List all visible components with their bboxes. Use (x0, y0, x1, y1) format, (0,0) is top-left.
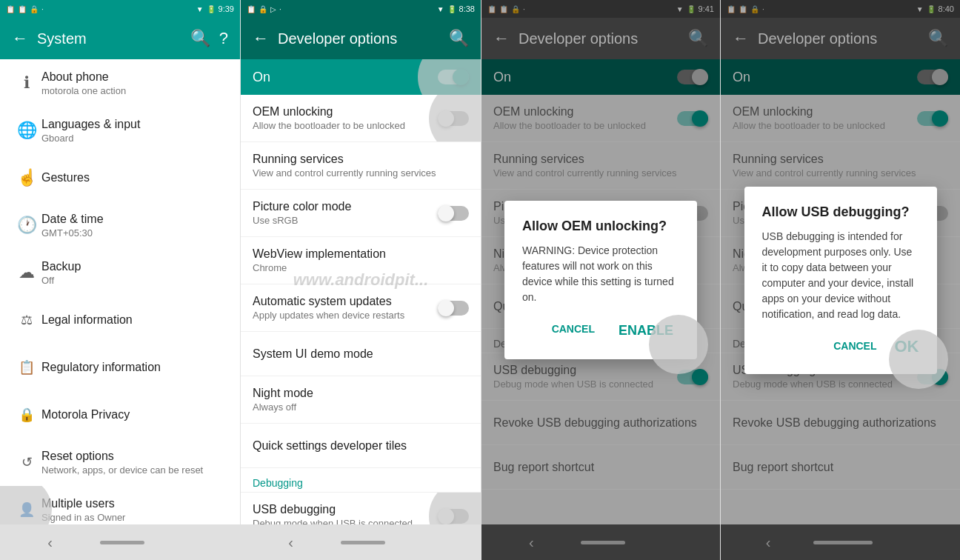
status-time-1: 9:39 (219, 4, 234, 13)
regulatory-title: Regulatory information (41, 361, 228, 374)
settings-text-languages: Languages & input Gboard (41, 118, 228, 144)
search-icon-2[interactable]: 🔍 (449, 29, 469, 48)
dev-item-picture[interactable]: Picture color mode Use sRGB (241, 190, 481, 237)
dev-item-oem-title: OEM unlocking (253, 105, 438, 119)
dev-list-2: OEM unlocking Allow the bootloader to be… (241, 95, 481, 524)
dev-item-running[interactable]: Running services View and control curren… (241, 142, 481, 190)
dev-item-webview-title: WebView implementation (253, 247, 469, 261)
motorola-icon: 🔒 (12, 407, 41, 423)
panel-developer-oem-dialog: 📋 📋 🔒 · ▼ 🔋 9:41 ← Developer options 🔍 O… (481, 0, 721, 560)
settings-item-regulatory[interactable]: 📋 Regulatory information (0, 344, 240, 391)
status-icons-left: 📋 📋 🔒 · (6, 5, 44, 13)
cam-icon-2: ▷ (270, 5, 276, 13)
battery-icon-2: 🔋 (447, 5, 456, 13)
dev-item-quicktiles[interactable]: Quick settings developer tiles (241, 424, 481, 468)
status-icons-right-2: ▼ 🔋 8:38 (437, 4, 475, 13)
usb-dialog-title: Allow USB debugging? (762, 204, 919, 220)
settings-item-reset[interactable]: ↺ Reset options Network, apps, or device… (0, 439, 240, 486)
motorola-title: Motorola Privacy (41, 408, 228, 421)
dev-item-webview[interactable]: WebView implementation Chrome (241, 237, 481, 284)
gestures-icon: ☝ (12, 168, 41, 187)
back-nav-1[interactable]: ‹ (47, 534, 53, 551)
settings-list-1: ℹ About phone motorola one action 🌐 Lang… (0, 59, 240, 524)
spotlight-circle-multiusers (0, 486, 52, 524)
settings-item-languages[interactable]: 🌐 Languages & input Gboard (0, 107, 240, 154)
search-icon-1[interactable]: 🔍 (190, 29, 210, 48)
settings-item-gestures[interactable]: ☝ Gestures (0, 154, 240, 201)
security-icon: 🔒 (30, 5, 39, 13)
dev-item-usb[interactable]: USB debugging Debug mode when USB is con… (241, 493, 481, 524)
languages-icon: 🌐 (12, 121, 41, 140)
settings-item-about[interactable]: ℹ About phone motorola one action (0, 59, 240, 107)
settings-text-multiusers: Multiple users Signed in as Owner (41, 497, 228, 523)
backup-title: Backup (41, 260, 228, 273)
languages-subtitle: Gboard (41, 133, 228, 144)
dev-item-usb-subtitle: Debug mode when USB is connected (253, 518, 438, 524)
settings-text-datetime: Date & time GMT+05:30 (41, 213, 228, 239)
dev-item-picture-title: Picture color mode (253, 200, 438, 213)
status-bar-2: 📋 🔒 ▷ · ▼ 🔋 8:38 (241, 0, 481, 18)
settings-item-motorola[interactable]: 🔒 Motorola Privacy (0, 391, 240, 439)
dot-icon: · (41, 5, 44, 13)
settings-item-multiusers[interactable]: 👤 Multiple users Signed in as Owner (0, 486, 240, 524)
dev-item-oem[interactable]: OEM unlocking Allow the bootloader to be… (241, 95, 481, 142)
back-icon-1[interactable]: ← (12, 29, 28, 48)
dev-item-usb-text: USB debugging Debug mode when USB is con… (253, 503, 438, 524)
settings-item-datetime[interactable]: 🕐 Date & time GMT+05:30 (0, 201, 240, 249)
sim-icon-2: 🔒 (259, 5, 267, 13)
settings-text-gestures: Gestures (41, 171, 228, 184)
dev-item-nightmode-subtitle: Always off (253, 401, 469, 413)
help-icon-1[interactable]: ? (219, 29, 228, 48)
usb-dialog: Allow USB debugging? USB debugging is in… (744, 187, 937, 374)
status-time-2: 8:38 (459, 4, 475, 13)
settings-text-backup: Backup Off (41, 260, 228, 286)
debugging-section-label: Debugging (241, 468, 481, 493)
backup-subtitle: Off (41, 275, 228, 286)
dev-item-webview-text: WebView implementation Chrome (253, 247, 469, 273)
usb-dialog-overlay: Allow USB debugging? USB debugging is in… (721, 0, 960, 560)
oem-cancel-button[interactable]: Cancel (546, 320, 601, 341)
dev-item-uidemo[interactable]: System UI demo mode (241, 332, 481, 376)
picture-toggle-thumb (438, 205, 454, 221)
dev-item-quicktiles-title: Quick settings developer tiles (253, 439, 469, 453)
wifi-icon-2: ▼ (437, 5, 444, 13)
reset-title: Reset options (41, 450, 228, 463)
dev-on-header: On (241, 59, 481, 95)
usb-cancel-button[interactable]: Cancel (827, 337, 882, 356)
dev-item-oem-text: OEM unlocking Allow the bootloader to be… (253, 105, 438, 131)
settings-text-motorola: Motorola Privacy (41, 408, 228, 421)
spotlight-enable (649, 315, 708, 374)
dev-on-label: On (253, 70, 438, 85)
sim-icon: 📋 (18, 5, 27, 13)
dot-icon-2: · (279, 5, 281, 13)
dev-item-running-title: Running services (253, 153, 469, 166)
back-nav-2[interactable]: ‹ (288, 534, 293, 551)
dev-item-running-subtitle: View and control currently running servi… (253, 167, 469, 179)
app-bar-1: ← System 🔍 ? (0, 18, 240, 59)
autoupdate-toggle-thumb (438, 300, 454, 316)
app-bar-title-1: System (37, 30, 181, 47)
gestures-title: Gestures (41, 171, 228, 184)
status-icons-left-2: 📋 🔒 ▷ · (247, 5, 281, 13)
legal-icon: ⚖ (12, 312, 41, 328)
dev-item-autoupdate-subtitle: Apply updates when device restarts (253, 310, 438, 321)
settings-item-legal[interactable]: ⚖ Legal information (0, 296, 240, 344)
regulatory-icon: 📋 (12, 359, 41, 376)
dev-item-picture-text: Picture color mode Use sRGB (253, 200, 438, 226)
multiusers-subtitle: Signed in as Owner (41, 512, 228, 523)
settings-item-backup[interactable]: ☁ Backup Off (0, 249, 240, 296)
usb-dialog-body: USB debugging is intended for developmen… (762, 229, 919, 322)
settings-text-legal: Legal information (41, 313, 228, 327)
app-bar-2: ← Developer options 🔍 (241, 18, 481, 59)
dev-item-autoupdate-text: Automatic system updates Apply updates w… (253, 295, 438, 321)
dev-item-usb-title: USB debugging (253, 503, 438, 516)
back-icon-2[interactable]: ← (253, 29, 269, 48)
status-icons-right: ▼ 🔋 9:39 (196, 4, 234, 13)
panel-system: 📋 📋 🔒 · ▼ 🔋 9:39 ← System 🔍 ? ℹ About ph… (0, 0, 241, 560)
dev-item-autoupdate[interactable]: Automatic system updates Apply updates w… (241, 284, 481, 332)
dev-item-nightmode[interactable]: Night mode Always off (241, 376, 481, 424)
panel-developer-initial: 📋 🔒 ▷ · ▼ 🔋 8:38 ← Developer options 🔍 O… (241, 0, 481, 560)
dev-item-running-text: Running services View and control curren… (253, 153, 469, 179)
notif-icon-2: 📋 (247, 5, 256, 13)
dev-item-uidemo-title: System UI demo mode (253, 347, 469, 361)
